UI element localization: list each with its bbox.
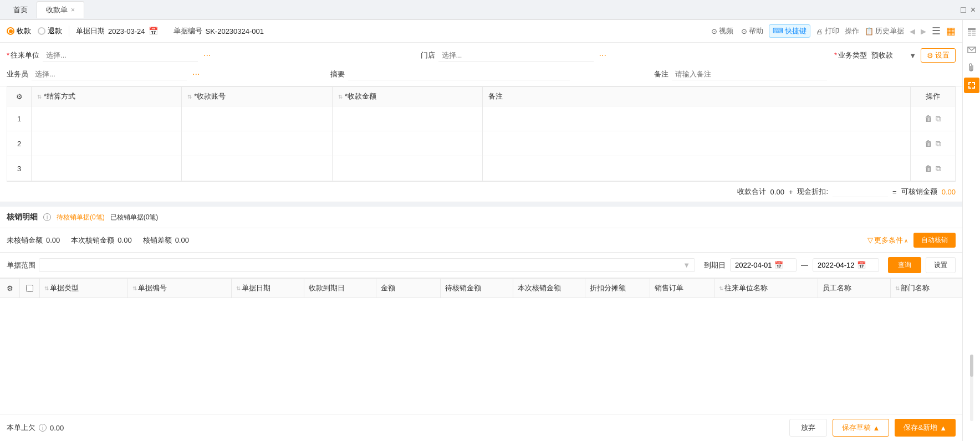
range-select[interactable]: ▼ <box>39 258 695 272</box>
video-label: 视频 <box>719 26 733 36</box>
sort-icon-bt2[interactable]: ⇅ <box>132 285 137 291</box>
section-header: 核销明细 i 待核销单据(0笔) 已核销单据(0笔) <box>0 207 962 228</box>
sort-icon-bt1[interactable]: ⇅ <box>44 285 49 291</box>
partner-input[interactable] <box>43 49 198 61</box>
sort-icon-bt3[interactable]: ⇅ <box>236 285 241 291</box>
abandon-button[interactable]: 放弃 <box>789 419 827 437</box>
tab-current[interactable]: 收款单 × <box>37 1 84 18</box>
bottom-info-icon[interactable]: i <box>39 424 47 432</box>
copy-icon-2[interactable]: ⧉ <box>936 139 941 148</box>
window-close-icon[interactable]: × <box>971 5 976 15</box>
sort-icon-bt5[interactable]: ⇅ <box>895 285 900 291</box>
salesperson-more-icon[interactable]: ··· <box>192 69 200 79</box>
bth-dept: ⇅ 部门名称 <box>891 279 962 298</box>
note-input[interactable] <box>672 68 827 80</box>
date-value[interactable]: 2023-03-24 <box>108 27 145 35</box>
td-pay-1[interactable] <box>32 106 182 131</box>
td-remark-2[interactable] <box>483 131 911 156</box>
summary-row: 收款合计 0.00 + 现金折扣: = 可核销金额 0.00 <box>0 182 962 202</box>
help-icon: ⊙ <box>741 27 747 35</box>
copy-icon-1[interactable]: ⧉ <box>936 114 941 124</box>
grid-icon[interactable]: ▦ <box>946 25 956 37</box>
td-amount-1[interactable] <box>333 106 483 131</box>
td-amount-3[interactable] <box>333 156 483 181</box>
date-from-input[interactable]: 2022-04-01 📅 <box>730 258 797 272</box>
partner-more-icon[interactable]: ··· <box>203 50 211 60</box>
pending-tab[interactable]: 待核销单据(0笔) <box>57 213 105 222</box>
svg-rect-15 <box>972 88 975 89</box>
help-btn[interactable]: ⊙ 帮助 <box>741 26 763 36</box>
nav-left-icon[interactable]: ◀ <box>910 27 915 35</box>
bth-setting[interactable]: ⚙ <box>0 279 20 298</box>
td-num-3: 3 <box>7 156 32 181</box>
td-pay-2[interactable] <box>32 131 182 156</box>
help-label: 帮助 <box>749 26 763 36</box>
sidebar-screenshot-icon[interactable] <box>964 78 979 93</box>
sort-icon[interactable]: ⇅ <box>37 94 42 100</box>
calendar-from-icon: 📅 <box>774 261 783 269</box>
th-setting[interactable]: ⚙ <box>7 87 32 106</box>
tab-close-icon[interactable]: × <box>71 6 75 14</box>
info-icon[interactable]: i <box>43 213 51 221</box>
delete-icon-2[interactable]: 🗑 <box>925 139 932 148</box>
date-field: 单据日期 2023-03-24 📅 <box>76 26 158 36</box>
layout-icon[interactable]: ☰ <box>932 25 941 37</box>
td-account-2[interactable] <box>182 131 332 156</box>
shop-more-icon[interactable]: ··· <box>599 50 606 60</box>
shortcut-btn[interactable]: ⌨ 快捷键 <box>769 24 810 38</box>
td-remark-3[interactable] <box>483 156 911 181</box>
td-amount-2[interactable] <box>333 131 483 156</box>
history-btn[interactable]: 📋 历史单据 <box>865 26 904 36</box>
print-btn[interactable]: 🖨 打印 <box>816 26 839 36</box>
td-account-1[interactable] <box>182 106 332 131</box>
sidebar-mail-icon[interactable] <box>964 42 979 58</box>
svg-rect-3 <box>968 33 971 34</box>
table-header: ⚙ ⇅ *结算方式 ⇅ *收款账号 ⇅ *收款金额 备注 操 <box>7 87 955 106</box>
video-icon: ⊙ <box>711 27 717 35</box>
summary-input[interactable] <box>348 68 570 80</box>
sort-icon-3[interactable]: ⇅ <box>338 94 343 100</box>
save-new-button[interactable]: 保存&新增 ▲ <box>895 419 956 437</box>
save-draft-button[interactable]: 保存草稿 ▲ <box>833 419 890 437</box>
tab-home[interactable]: 首页 <box>4 2 37 18</box>
window-expand-icon[interactable]: □ <box>961 5 966 15</box>
shop-input[interactable] <box>438 49 594 61</box>
done-tab[interactable]: 已核销单据(0笔) <box>110 213 159 222</box>
partner-label: *往来单位 <box>7 50 39 60</box>
auto-write-btn[interactable]: 自动核销 <box>913 233 956 248</box>
nav-right-icon[interactable]: ▶ <box>921 27 926 35</box>
radio-receive[interactable]: 收款 <box>7 26 31 36</box>
radio-refund[interactable]: 退款 <box>38 26 62 36</box>
query-settings-btn[interactable]: 设置 <box>926 257 956 273</box>
operation-btn[interactable]: 操作 <box>845 26 859 36</box>
query-right: 查询 设置 <box>888 257 956 273</box>
radio-refund-dot <box>38 27 45 35</box>
date-from-value: 2022-04-01 <box>735 261 772 269</box>
settings-button[interactable]: ⚙ 设置 <box>921 48 956 63</box>
td-num-1: 1 <box>7 106 32 131</box>
td-remark-1[interactable] <box>483 106 911 131</box>
bth-checkbox[interactable] <box>20 279 40 298</box>
query-btn[interactable]: 查询 <box>888 257 921 273</box>
sidebar-clip-icon[interactable] <box>964 60 979 75</box>
scrollbar-track[interactable] <box>970 355 973 421</box>
print-icon: 🖨 <box>816 27 823 35</box>
select-all-checkbox[interactable] <box>26 285 33 292</box>
td-account-3[interactable] <box>182 156 332 181</box>
svg-rect-1 <box>968 30 971 32</box>
sort-icon-bt4[interactable]: ⇅ <box>719 285 723 291</box>
sort-icon-2[interactable]: ⇅ <box>187 94 192 100</box>
calendar-icon[interactable]: 📅 <box>149 27 158 35</box>
delete-icon-1[interactable]: 🗑 <box>925 114 932 124</box>
scrollbar-thumb[interactable] <box>970 355 973 377</box>
salesperson-input[interactable] <box>32 68 187 80</box>
video-btn[interactable]: ⊙ 视频 <box>711 26 733 36</box>
td-pay-3[interactable] <box>32 156 182 181</box>
sidebar-table-icon[interactable] <box>964 24 979 40</box>
date-to-input[interactable]: 2022-04-12 📅 <box>813 258 879 272</box>
biz-type-arrow[interactable]: ▼ <box>909 52 916 60</box>
copy-icon-3[interactable]: ⧉ <box>936 164 941 173</box>
more-conditions-btn[interactable]: 更多条件 <box>867 235 908 245</box>
discount-input[interactable] <box>833 186 888 197</box>
delete-icon-3[interactable]: 🗑 <box>925 164 932 173</box>
